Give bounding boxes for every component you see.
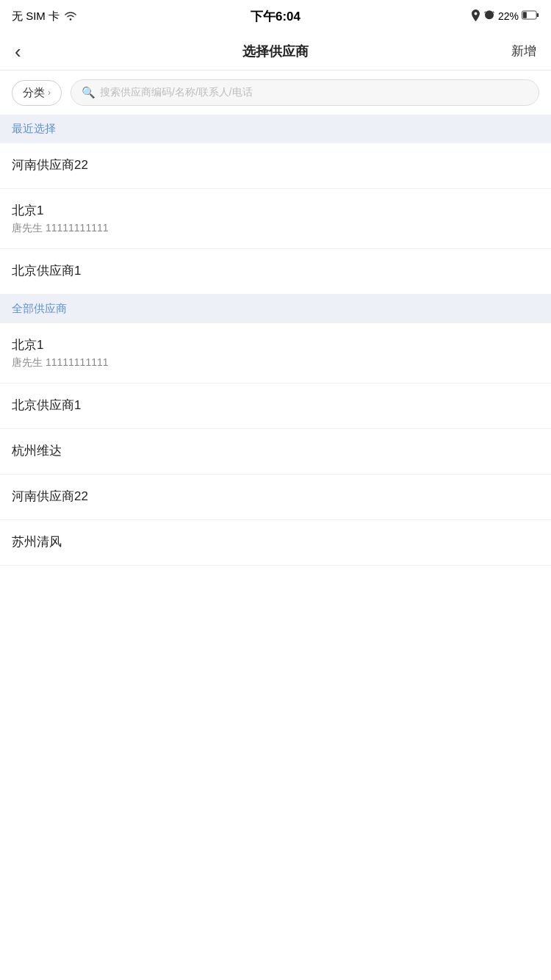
search-icon: 🔍 (82, 86, 96, 99)
list-item[interactable]: 杭州维达 (0, 429, 551, 475)
back-button[interactable]: ‹ (15, 42, 21, 61)
battery-icon (522, 10, 539, 22)
item-name: 北京1 (12, 336, 539, 353)
item-name: 北京1 (12, 202, 539, 219)
filter-bar: 分类 › 🔍 搜索供应商编码/名称/联系人/电话 (0, 71, 551, 115)
list-item[interactable]: 苏州清风 (0, 520, 551, 566)
nav-bar: ‹ 选择供应商 新增 (0, 32, 551, 71)
supplier-list: 最近选择河南供应商22北京1唐先生 11111111111北京供应商1全部供应商… (0, 115, 551, 566)
item-name: 河南供应商22 (12, 156, 539, 173)
sim-text: 无 SIM 卡 (12, 10, 60, 24)
status-time: 下午6:04 (251, 8, 300, 25)
list-item[interactable]: 北京1唐先生 11111111111 (0, 189, 551, 249)
chevron-right-icon: › (48, 87, 51, 98)
category-label: 分类 (23, 86, 45, 100)
page-title: 选择供应商 (242, 43, 309, 60)
svg-rect-2 (537, 13, 539, 17)
search-placeholder: 搜索供应商编码/名称/联系人/电话 (100, 86, 253, 99)
item-name: 北京供应商1 (12, 262, 539, 279)
item-sub: 唐先生 11111111111 (12, 356, 539, 370)
alarm-icon (483, 10, 495, 24)
status-right: 22% (471, 10, 539, 24)
list-item[interactable]: 北京供应商1 (0, 383, 551, 429)
search-box[interactable]: 🔍 搜索供应商编码/名称/联系人/电话 (71, 79, 539, 106)
item-sub: 唐先生 11111111111 (12, 222, 539, 235)
list-item[interactable]: 北京供应商1 (0, 249, 551, 295)
svg-rect-1 (523, 12, 527, 18)
item-name: 苏州清风 (12, 533, 539, 550)
add-button[interactable]: 新增 (511, 43, 536, 60)
list-item[interactable]: 河南供应商22 (0, 475, 551, 520)
item-name: 杭州维达 (12, 442, 539, 459)
wifi-icon (64, 10, 77, 23)
list-item[interactable]: 北京1唐先生 11111111111 (0, 323, 551, 383)
status-bar: 无 SIM 卡 下午6:04 22% (0, 0, 551, 32)
section-header-recent: 最近选择 (0, 115, 551, 143)
battery-text: 22% (498, 10, 519, 22)
status-left: 无 SIM 卡 (12, 10, 77, 24)
category-button[interactable]: 分类 › (12, 80, 62, 106)
section-header-all: 全部供应商 (0, 295, 551, 323)
item-name: 河南供应商22 (12, 488, 539, 505)
list-item[interactable]: 河南供应商22 (0, 143, 551, 189)
item-name: 北京供应商1 (12, 397, 539, 414)
location-icon (471, 10, 480, 24)
